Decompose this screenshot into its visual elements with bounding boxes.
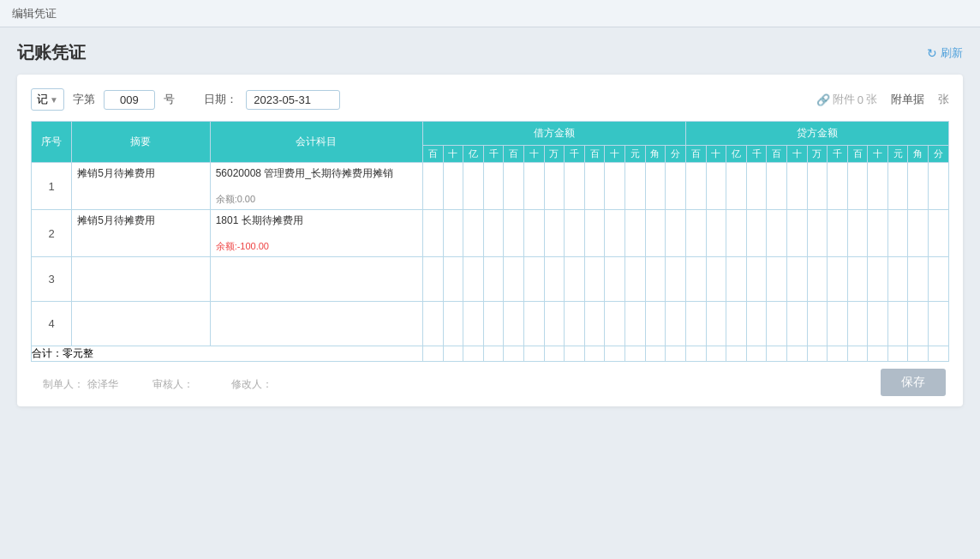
- row1-c1[interactable]: [685, 163, 706, 210]
- row3-c1[interactable]: [685, 257, 706, 302]
- row1-summary[interactable]: 摊销5月待摊费用: [72, 163, 210, 210]
- row3-d2[interactable]: [443, 257, 463, 302]
- row1-c8[interactable]: [828, 163, 848, 210]
- row3-d4[interactable]: [483, 257, 504, 302]
- row1-c11[interactable]: [887, 163, 908, 210]
- row3-c11[interactable]: [887, 257, 908, 302]
- row4-summary[interactable]: [72, 302, 210, 346]
- row4-c11[interactable]: [887, 302, 908, 346]
- row2-account[interactable]: 1801 长期待摊费用 余额:-100.00: [210, 210, 422, 257]
- row3-c12[interactable]: [908, 257, 929, 302]
- row1-d4[interactable]: [483, 163, 504, 210]
- row1-c6[interactable]: [786, 163, 807, 210]
- row4-d12[interactable]: [645, 302, 666, 346]
- row2-c3[interactable]: [726, 210, 747, 257]
- row4-c12[interactable]: [908, 302, 929, 346]
- row2-d13[interactable]: [666, 210, 686, 257]
- row4-d4[interactable]: [483, 302, 504, 346]
- row3-d1[interactable]: [423, 257, 444, 302]
- row3-c8[interactable]: [828, 257, 848, 302]
- row3-d8[interactable]: [565, 257, 585, 302]
- row3-d7[interactable]: [544, 257, 565, 302]
- date-input[interactable]: [246, 90, 340, 110]
- row3-c10[interactable]: [868, 257, 888, 302]
- row3-c2[interactable]: [706, 257, 726, 302]
- row4-d11[interactable]: [624, 302, 645, 346]
- refresh-button[interactable]: ↻ 刷新: [927, 45, 963, 61]
- row3-c7[interactable]: [807, 257, 828, 302]
- row3-d6[interactable]: [523, 257, 544, 302]
- row2-summary[interactable]: 摊销5月待摊费用: [72, 210, 210, 257]
- row1-c2[interactable]: [706, 163, 726, 210]
- voucher-number-input[interactable]: [104, 90, 155, 110]
- row1-d13[interactable]: [666, 163, 686, 210]
- attachment-link[interactable]: 🔗 附件 0 张: [816, 92, 877, 107]
- row3-d11[interactable]: [624, 257, 645, 302]
- row2-c1[interactable]: [685, 210, 706, 257]
- row1-c9[interactable]: [847, 163, 868, 210]
- row4-d10[interactable]: [605, 302, 625, 346]
- voucher-type-select[interactable]: 记 ▼: [31, 88, 64, 111]
- row4-c7[interactable]: [807, 302, 828, 346]
- table-row[interactable]: 1 摊销5月待摊费用 56020008 管理费用_长期待摊费用摊销 余额:0.0…: [32, 163, 949, 210]
- row1-d3[interactable]: [463, 163, 484, 210]
- row1-d7[interactable]: [544, 163, 565, 210]
- row2-d10[interactable]: [605, 210, 625, 257]
- row4-c1[interactable]: [685, 302, 706, 346]
- row1-d11[interactable]: [624, 163, 645, 210]
- row4-d1[interactable]: [423, 302, 444, 346]
- row1-c12[interactable]: [908, 163, 929, 210]
- row4-d5[interactable]: [504, 302, 524, 346]
- row1-d8[interactable]: [565, 163, 585, 210]
- row1-d1[interactable]: [423, 163, 444, 210]
- row2-d4[interactable]: [483, 210, 504, 257]
- row1-c5[interactable]: [767, 163, 787, 210]
- row4-d3[interactable]: [463, 302, 484, 346]
- row2-c7[interactable]: [807, 210, 828, 257]
- row4-d6[interactable]: [523, 302, 544, 346]
- row2-c12[interactable]: [908, 210, 929, 257]
- row2-d9[interactable]: [584, 210, 605, 257]
- row3-c3[interactable]: [726, 257, 747, 302]
- row3-account[interactable]: [210, 257, 422, 302]
- row1-d6[interactable]: [523, 163, 544, 210]
- row4-c10[interactable]: [868, 302, 888, 346]
- row3-c13[interactable]: [929, 257, 949, 302]
- row2-c10[interactable]: [868, 210, 888, 257]
- row2-d8[interactable]: [565, 210, 585, 257]
- row1-c13[interactable]: [929, 163, 949, 210]
- row1-c7[interactable]: [807, 163, 828, 210]
- row4-c5[interactable]: [767, 302, 787, 346]
- row4-c13[interactable]: [929, 302, 949, 346]
- row2-c11[interactable]: [887, 210, 908, 257]
- row1-d12[interactable]: [645, 163, 666, 210]
- row2-d12[interactable]: [645, 210, 666, 257]
- row3-c6[interactable]: [786, 257, 807, 302]
- row3-d12[interactable]: [645, 257, 666, 302]
- row2-d5[interactable]: [504, 210, 524, 257]
- row2-c9[interactable]: [847, 210, 868, 257]
- row4-c3[interactable]: [726, 302, 747, 346]
- row1-account[interactable]: 56020008 管理费用_长期待摊费用摊销 余额:0.00: [210, 163, 422, 210]
- table-row[interactable]: 2 摊销5月待摊费用 1801 长期待摊费用 余额:-100.00: [32, 210, 949, 257]
- row3-c9[interactable]: [847, 257, 868, 302]
- row1-d5[interactable]: [504, 163, 524, 210]
- row2-c4[interactable]: [746, 210, 767, 257]
- row2-d6[interactable]: [523, 210, 544, 257]
- row2-c5[interactable]: [767, 210, 787, 257]
- table-row[interactable]: 4: [32, 302, 949, 346]
- row2-d2[interactable]: [443, 210, 463, 257]
- row1-d9[interactable]: [584, 163, 605, 210]
- row2-d7[interactable]: [544, 210, 565, 257]
- save-button[interactable]: 保存: [881, 369, 946, 396]
- row2-d1[interactable]: [423, 210, 444, 257]
- row4-d2[interactable]: [443, 302, 463, 346]
- row2-d11[interactable]: [624, 210, 645, 257]
- table-row[interactable]: 3: [32, 257, 949, 302]
- row3-c4[interactable]: [746, 257, 767, 302]
- row4-c4[interactable]: [746, 302, 767, 346]
- row1-d2[interactable]: [443, 163, 463, 210]
- row4-c8[interactable]: [828, 302, 848, 346]
- row2-c8[interactable]: [828, 210, 848, 257]
- row1-d10[interactable]: [605, 163, 625, 210]
